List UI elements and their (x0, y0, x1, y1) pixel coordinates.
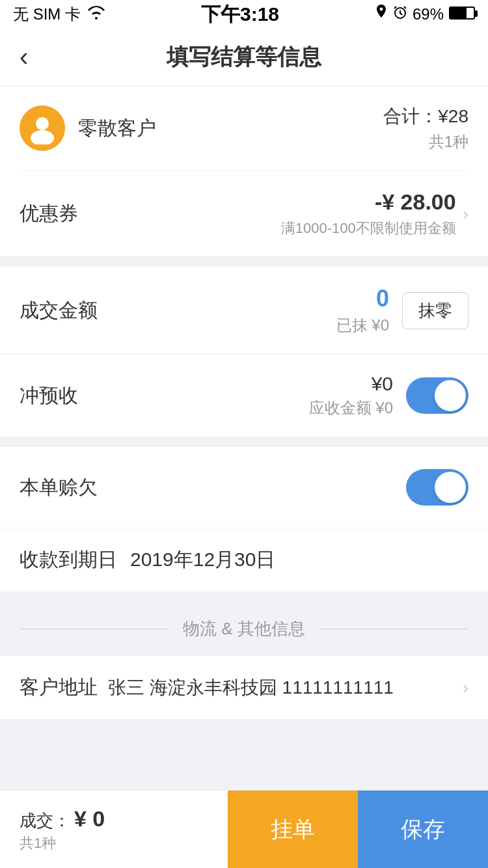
customer-count: 共1种 (383, 131, 468, 152)
status-time: 下午3:18 (201, 1, 279, 28)
precollect-row: 冲预收 ¥0 应收金额 ¥0 (0, 354, 488, 437)
coupon-chevron-icon: › (463, 204, 468, 224)
deal-amount: ¥ 0 (74, 806, 105, 832)
customer-avatar (20, 105, 65, 151)
customer-name: 零散客户 (78, 115, 156, 142)
bottom-bar: 成交： ¥ 0 共1种 挂单 保存 (0, 790, 488, 868)
address-row[interactable]: 客户地址 张三 海淀永丰科技园 11111111111 › (0, 656, 488, 719)
duedate-row: 收款到期日 2019年12月30日 (0, 528, 488, 591)
bottom-info: 成交： ¥ 0 共1种 (0, 806, 228, 853)
deal-count: 共1种 (20, 834, 208, 853)
amount-detail: 0 已抹 ¥0 (336, 285, 389, 336)
coupon-row[interactable]: 优惠券 -¥ 28.00 满1000-100不限制使用金额 › (0, 171, 488, 256)
save-button[interactable]: 保存 (358, 791, 488, 869)
round-zero-button[interactable]: 抹零 (402, 292, 468, 329)
address-section: 客户地址 张三 海淀永丰科技园 11111111111 › (0, 656, 488, 719)
precollect-label: 冲预收 (20, 383, 78, 409)
address-value: 张三 海淀永丰科技园 11111111111 (108, 675, 452, 700)
precollect-values: ¥0 应收金额 ¥0 (309, 373, 393, 418)
precollect-receivable: 应收金额 ¥0 (309, 398, 393, 418)
deal-label: 成交： (20, 809, 70, 832)
wifi-icon (87, 5, 105, 23)
svg-point-2 (31, 130, 54, 144)
customer-row: 零散客户 合计：¥28 共1种 (0, 86, 488, 170)
transaction-value: 0 (336, 285, 389, 312)
battery-percent: 69% (413, 5, 444, 23)
debt-section: 本单赊欠 收款到期日 2019年12月30日 (0, 447, 488, 591)
amount-right: 0 已抹 ¥0 抹零 (336, 285, 468, 336)
svg-point-1 (36, 117, 49, 130)
customer-section: 零散客户 合计：¥28 共1种 优惠券 -¥ 28.00 满1000-100不限… (0, 86, 488, 256)
address-chevron-icon: › (463, 677, 468, 698)
status-left: 无 SIM 卡 (13, 4, 105, 25)
battery-icon (449, 5, 475, 23)
page-title: 填写结算等信息 (167, 42, 321, 72)
address-label: 客户地址 (20, 674, 98, 701)
logistics-label: 物流 & 其他信息 (183, 617, 305, 640)
back-button[interactable]: ‹ (20, 42, 28, 72)
hold-button[interactable]: 挂单 (228, 791, 358, 869)
precollect-right: ¥0 应收金额 ¥0 (309, 373, 468, 418)
precollect-amount: ¥0 (309, 373, 393, 395)
coupon-detail: -¥ 28.00 满1000-100不限制使用金额 (281, 189, 456, 238)
coupon-discount: -¥ 28.00 (281, 189, 456, 215)
coupon-description: 满1000-100不限制使用金额 (281, 219, 456, 238)
carrier-label: 无 SIM 卡 (13, 4, 81, 25)
status-bar: 无 SIM 卡 下午3:18 69% (0, 0, 488, 29)
logistics-header: 物流 & 其他信息 (0, 602, 488, 656)
coupon-label: 优惠券 (20, 200, 78, 227)
debt-label: 本单赊欠 (20, 474, 98, 501)
debt-row: 本单赊欠 (0, 447, 488, 528)
precollect-toggle[interactable] (406, 377, 468, 414)
transaction-label: 成交金额 (20, 297, 98, 324)
customer-right: 合计：¥28 共1种 (383, 104, 468, 152)
duedate-label: 收款到期日 (20, 547, 117, 573)
customer-total: 合计：¥28 (383, 104, 468, 129)
logistics-section: 物流 & 其他信息 (0, 602, 488, 656)
amount-row: 成交金额 0 已抹 ¥0 抹零 (0, 267, 488, 354)
transaction-section: 成交金额 0 已抹 ¥0 抹零 冲预收 ¥0 应收金额 ¥0 (0, 267, 488, 437)
debt-toggle[interactable] (406, 469, 468, 506)
nav-bar: ‹ 填写结算等信息 (0, 29, 488, 86)
coupon-right: -¥ 28.00 满1000-100不限制使用金额 › (281, 189, 468, 238)
location-icon (375, 5, 388, 24)
alarm-icon (393, 5, 407, 24)
status-right: 69% (375, 5, 475, 24)
customer-left: 零散客户 (20, 105, 156, 151)
duedate-value: 2019年12月30日 (130, 547, 275, 573)
transaction-sub: 已抹 ¥0 (336, 315, 389, 336)
